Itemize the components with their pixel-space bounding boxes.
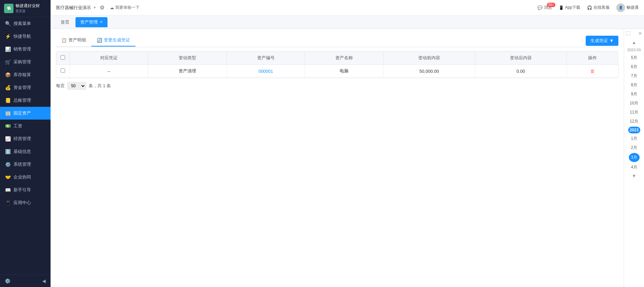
user-profile[interactable]: 👤 畅捷通 bbox=[616, 3, 639, 12]
tab-bar: 首页 资产管理 ✕ bbox=[51, 15, 644, 29]
sidebar-item-search[interactable]: 🔍 搜索菜单 bbox=[0, 17, 51, 30]
generate-btn-dropdown-icon: ▼ bbox=[609, 38, 614, 43]
sidebar-item-label: 企业协同 bbox=[13, 174, 31, 180]
date-nav-down[interactable]: ▼ bbox=[631, 172, 638, 180]
header-checkbox-cell bbox=[56, 52, 70, 65]
logo-subtitle: 普及版 bbox=[16, 9, 40, 13]
date-month-4[interactable]: 4月 bbox=[624, 163, 644, 172]
sidebar: 畅 畅捷通好业财 普及版 🔍 搜索菜单 ⚡ 快捷导航 📊 销售管理 🛒 采购管理… bbox=[0, 0, 51, 287]
sidebar-item-label: 工资 bbox=[13, 123, 22, 129]
app-download-icon: 📱 bbox=[559, 5, 564, 10]
date-sidebar-close-icon[interactable]: ✕ bbox=[638, 31, 642, 36]
support-icon: 🎧 bbox=[587, 5, 592, 10]
sub-tab-change-voucher[interactable]: 🔄 变更生成凭证 bbox=[91, 34, 135, 46]
sales-icon: 📊 bbox=[5, 46, 11, 52]
sidebar-item-purchase[interactable]: 🛒 采购管理 bbox=[0, 56, 51, 68]
date-month-1[interactable]: 1月 bbox=[624, 134, 644, 143]
messages-button[interactable]: 💬 消息 99+ bbox=[538, 5, 552, 10]
sidebar-item-label: 经营管理 bbox=[13, 136, 31, 142]
company-selector[interactable]: 医疗器械行业演示 ▼ bbox=[56, 5, 96, 11]
app-download-label: App下载 bbox=[565, 5, 580, 10]
sidebar-item-system[interactable]: ⚙️ 系统管理 bbox=[0, 158, 51, 171]
date-month-12[interactable]: 12月 bbox=[624, 117, 644, 126]
date-year-header: 2023.03 bbox=[627, 46, 641, 53]
cell-change-type: 资产清理 bbox=[148, 65, 227, 78]
collapse-icon[interactable]: ◀ bbox=[42, 278, 46, 284]
sidebar-item-label: 系统管理 bbox=[13, 161, 31, 167]
header-action: 操作 bbox=[566, 52, 618, 65]
experience-button[interactable]: ☁ 我要体验一下 bbox=[110, 5, 140, 10]
sidebar-item-enterprise[interactable]: 🤝 企业协同 bbox=[0, 171, 51, 184]
app-center-icon: 📱 bbox=[5, 200, 11, 205]
sidebar-item-inventory[interactable]: 📦 库存核算 bbox=[0, 68, 51, 81]
total-count-label: 条，共 1 条 bbox=[89, 83, 111, 89]
ledger-icon: 📒 bbox=[5, 98, 11, 103]
date-month-11[interactable]: 11月 bbox=[624, 108, 644, 117]
search-nav-icon: 🔍 bbox=[5, 21, 11, 26]
tab-close-icon[interactable]: ✕ bbox=[100, 20, 103, 24]
cell-asset-name: 电脑 bbox=[305, 65, 384, 78]
online-support-label: 在线客服 bbox=[593, 5, 610, 10]
sub-tab-asset-detail-label: 资产明细 bbox=[68, 37, 86, 43]
date-month-7[interactable]: 7月 bbox=[624, 71, 644, 81]
date-month-9[interactable]: 9月 bbox=[624, 90, 644, 99]
generate-voucher-button[interactable]: 生成凭证 ▼ bbox=[586, 36, 618, 46]
header-settings-icon[interactable]: ⚙ bbox=[100, 4, 104, 11]
date-month-8[interactable]: 8月 bbox=[624, 81, 644, 90]
date-nav-up[interactable]: ▲ bbox=[631, 38, 638, 46]
purchase-icon: 🛒 bbox=[5, 59, 11, 65]
sidebar-item-label: 总账管理 bbox=[13, 97, 31, 103]
fund-icon: 💰 bbox=[5, 85, 11, 90]
date-year-2023[interactable]: 2023 bbox=[628, 127, 640, 133]
sub-tab-change-voucher-label: 变更生成凭证 bbox=[104, 37, 130, 43]
avatar: 👤 bbox=[616, 3, 625, 12]
sidebar-bottom: ⚙️ ◀ bbox=[0, 275, 51, 287]
app-download-button[interactable]: 📱 App下载 bbox=[559, 5, 580, 10]
experience-label: 我要体验一下 bbox=[115, 5, 140, 10]
sidebar-item-sales[interactable]: 📊 销售管理 bbox=[0, 43, 51, 56]
cell-action: 🗑 bbox=[566, 65, 618, 78]
sidebar-item-quick-nav[interactable]: ⚡ 快捷导航 bbox=[0, 30, 51, 43]
sidebar-item-label: 快捷导航 bbox=[13, 33, 31, 39]
per-page-select[interactable]: 50 10 20 100 bbox=[67, 82, 86, 90]
row-checkbox[interactable] bbox=[61, 68, 65, 73]
sidebar-item-basic-info[interactable]: ℹ️ 基础信息 bbox=[0, 145, 51, 158]
sub-tab-asset-detail[interactable]: 📋 资产明细 bbox=[56, 34, 91, 46]
sidebar-item-app-center[interactable]: 📱 应用中心 bbox=[0, 196, 51, 209]
logo-icon: 畅 bbox=[4, 4, 13, 13]
date-sidebar-expand-icon[interactable]: ⛶ bbox=[626, 31, 631, 36]
user-name: 畅捷通 bbox=[626, 5, 639, 10]
settings-bottom-icon[interactable]: ⚙️ bbox=[5, 278, 10, 284]
asset-table: 对应凭证 变动类型 资产编号 资产名称 变动前内容 变动后内容 操作 bbox=[56, 52, 618, 78]
sidebar-item-payroll[interactable]: 💵 工资 bbox=[0, 120, 51, 132]
sidebar-nav: 🔍 搜索菜单 ⚡ 快捷导航 📊 销售管理 🛒 采购管理 📦 库存核算 💰 资金管… bbox=[0, 17, 51, 275]
experience-icon: ☁ bbox=[110, 5, 114, 10]
date-month-2[interactable]: 2月 bbox=[624, 143, 644, 152]
sidebar-item-fixed-assets[interactable]: 🏢 固定资产 bbox=[0, 107, 51, 120]
tab-home[interactable]: 首页 bbox=[56, 17, 74, 27]
sidebar-logo: 畅 畅捷通好业财 普及版 bbox=[0, 0, 51, 17]
sidebar-item-label: 搜索菜单 bbox=[13, 21, 31, 27]
date-month-3[interactable]: 3月 bbox=[629, 153, 640, 162]
date-month-6[interactable]: 6月 bbox=[624, 62, 644, 71]
messages-badge: 99+ bbox=[547, 3, 555, 7]
date-month-10[interactable]: 10月 bbox=[624, 99, 644, 108]
date-month-5[interactable]: 5月 bbox=[624, 53, 644, 62]
header-voucher: 对应凭证 bbox=[70, 52, 148, 65]
online-support-button[interactable]: 🎧 在线客服 bbox=[587, 5, 610, 10]
sidebar-item-guide[interactable]: 📖 新手引导 bbox=[0, 184, 51, 196]
change-voucher-icon: 🔄 bbox=[97, 38, 102, 43]
select-all-checkbox[interactable] bbox=[61, 55, 65, 60]
sidebar-item-management[interactable]: 📈 经营管理 bbox=[0, 132, 51, 145]
sidebar-item-label: 资金管理 bbox=[13, 85, 31, 91]
tab-asset-management[interactable]: 资产管理 ✕ bbox=[75, 17, 108, 27]
message-icon: 💬 bbox=[538, 5, 543, 10]
cell-asset-code[interactable]: 000001 bbox=[226, 65, 305, 78]
sidebar-item-ledger[interactable]: 📒 总账管理 bbox=[0, 94, 51, 107]
guide-icon: 📖 bbox=[5, 187, 11, 193]
delete-icon[interactable]: 🗑 bbox=[590, 68, 595, 74]
sidebar-item-fund[interactable]: 💰 资金管理 bbox=[0, 81, 51, 94]
content-area: 📋 资产明细 🔄 变更生成凭证 生成凭证 ▼ bbox=[51, 29, 644, 287]
sidebar-item-label: 新手引导 bbox=[13, 187, 31, 193]
sidebar-item-label: 基础信息 bbox=[13, 149, 31, 155]
